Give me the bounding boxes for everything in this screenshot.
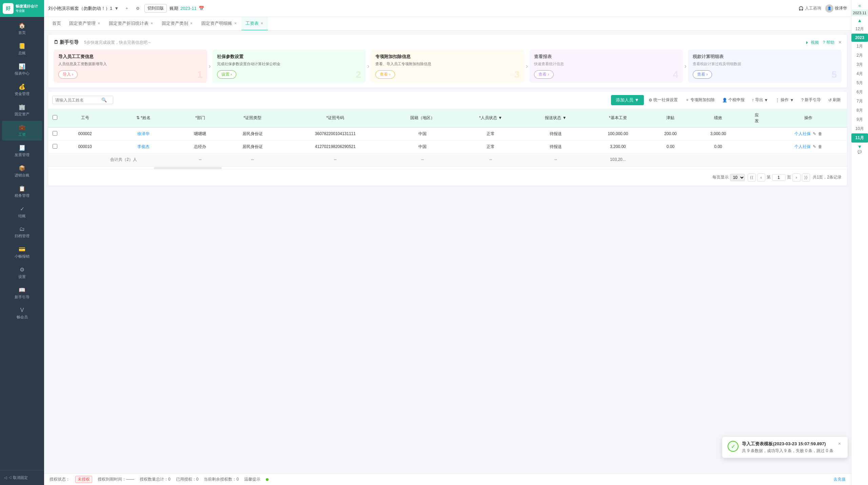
first-page-button[interactable]: ⟨⟨ <box>748 173 756 182</box>
sidebar-item-reports[interactable]: 📊 报表中心 <box>2 60 42 79</box>
account-selector[interactable]: 刘小艳演示账套（勿删勿动！）1 ▼ <box>48 5 119 12</box>
col-name[interactable]: ⇅ *姓名 <box>108 109 178 128</box>
calendar-icon[interactable]: 📅 <box>199 6 204 11</box>
step-4-button[interactable]: 查看 › <box>534 70 553 79</box>
step-2-button[interactable]: 设置 › <box>217 70 236 79</box>
sidebar-item-tax[interactable]: 📋 税务管理 <box>2 182 42 202</box>
help-button[interactable]: 🎧 人工咨询 <box>798 5 821 11</box>
calendar-month-6[interactable]: 6月 <box>851 88 868 97</box>
row-2-social-security-link[interactable]: 个人社保 <box>794 144 811 150</box>
col-report-status[interactable]: 报送状态 ▼ <box>524 109 588 128</box>
step-3-button[interactable]: 查看 › <box>375 70 395 79</box>
row-1-social-security-link[interactable]: 个人社保 <box>794 131 811 137</box>
row-2-delete-icon[interactable]: 🗑 <box>818 144 822 149</box>
row-2-name[interactable]: 李俊杰 <box>108 140 178 153</box>
col-id-type: *证照类型 <box>222 109 283 128</box>
refresh-button[interactable]: ↺ 刷新 <box>826 96 843 104</box>
calendar-year-display[interactable]: 2023.11 <box>851 10 868 16</box>
tab-depreciation-close[interactable]: × <box>150 21 154 26</box>
recharge-link[interactable]: 去充值 <box>833 477 846 482</box>
calendar-month-2[interactable]: 2月 <box>851 51 868 60</box>
next-page-button[interactable]: › <box>792 173 801 182</box>
operations-button[interactable]: ⋮ 操作 ▼ <box>773 96 796 104</box>
calendar-month-10[interactable]: 10月 <box>851 124 868 133</box>
row-2-checkbox[interactable] <box>48 140 62 153</box>
special-deduction-button[interactable]: ＋ 专项附加扣除 <box>683 96 717 104</box>
calendar-month-1[interactable]: 1月 <box>851 42 868 51</box>
account-dropdown-icon[interactable]: ▼ <box>114 6 119 11</box>
step-1-button[interactable]: 导入 › <box>58 70 78 79</box>
horizontal-scrollbar[interactable] <box>48 166 847 169</box>
sidebar-item-ledger[interactable]: 📒 总账 <box>2 39 42 59</box>
row-1-delete-icon[interactable]: 🗑 <box>818 131 822 136</box>
sidebar-item-assets[interactable]: 🏢 固定资产 <box>2 100 42 120</box>
add-person-button[interactable]: 添加人员 ▼ <box>611 95 644 105</box>
tab-fixed-assets[interactable]: 固定资产管理 × <box>65 17 105 31</box>
calendar-month-12[interactable]: 12月 <box>851 24 868 34</box>
calendar-month-8[interactable]: 8月 <box>851 106 868 115</box>
tab-fixed-assets-close[interactable]: × <box>97 21 101 26</box>
row-1-name[interactable]: 徐泽华 <box>108 127 178 140</box>
calendar-month-9[interactable]: 9月 <box>851 115 868 124</box>
select-all-checkbox[interactable] <box>53 115 57 120</box>
prev-page-button[interactable]: ‹ <box>757 173 765 182</box>
sidebar-item-member[interactable]: V 畅会员 <box>2 304 42 323</box>
col-checkbox[interactable] <box>48 109 62 128</box>
scrollbar-thumb[interactable] <box>154 167 222 169</box>
tab-payroll-close[interactable]: × <box>260 21 264 26</box>
calendar-month-3[interactable]: 3月 <box>851 60 868 69</box>
sidebar-item-guide[interactable]: 📖 新手引导 <box>2 283 42 303</box>
calendar-month-5[interactable]: 5月 <box>851 78 868 88</box>
sidebar-item-inventory[interactable]: 📦 进销台账 <box>2 162 42 181</box>
row-2-edit-icon[interactable]: ✎ <box>813 144 816 149</box>
tab-depreciation[interactable]: 固定资产折旧统计表 × <box>105 17 158 31</box>
panel-up-icon[interactable]: ▲ <box>857 18 862 23</box>
sidebar-item-payroll[interactable]: 💼 工资 <box>2 121 42 141</box>
calendar-month-4[interactable]: 4月 <box>851 69 868 78</box>
sidebar-item-funds[interactable]: 💰 资金管理 <box>2 80 42 100</box>
sidebar-item-archive[interactable]: 🗂 归档管理 <box>2 223 42 242</box>
tab-payroll[interactable]: 工资表 × <box>241 17 268 31</box>
tax-declaration-button[interactable]: 👤 个税申报 <box>720 96 747 104</box>
tab-categories[interactable]: 固定资产类别 × <box>158 17 197 31</box>
tab-detail-close[interactable]: × <box>234 21 237 26</box>
sidebar-item-home[interactable]: 🏠 首页 <box>2 19 42 39</box>
panel-feedback-icon[interactable]: 💬 <box>857 150 862 154</box>
calendar-month-11[interactable]: 11月 <box>851 133 868 143</box>
guide-toolbar-button[interactable]: ? 新手引导 <box>799 96 823 104</box>
row-1-nationality: 中国 <box>388 127 457 140</box>
wizard-help-link[interactable]: ? 帮助 <box>823 40 834 45</box>
sidebar-item-settings[interactable]: ⚙ 设置 <box>2 263 42 283</box>
sidebar-item-expenses[interactable]: 💳 小畅报销 <box>2 243 42 262</box>
tab-detail[interactable]: 固定资产明细账 × <box>197 17 241 31</box>
col-status[interactable]: *人员状态 ▼ <box>457 109 524 128</box>
search-box[interactable]: 🔍 <box>52 96 113 104</box>
settings-header-button[interactable]: ⚙ <box>134 4 142 13</box>
panel-collapse-icon[interactable]: « <box>859 3 861 8</box>
sidebar-item-closing[interactable]: ✓ 结账 <box>2 202 42 222</box>
cancel-pin-button[interactable]: ◁ ◁ 取消固定 <box>2 473 42 482</box>
row-1-edit-icon[interactable]: ✎ <box>813 131 816 136</box>
unified-social-security-button[interactable]: ⚙ 统一社保设置 <box>647 96 680 104</box>
add-account-button[interactable]: ＋ <box>123 4 131 13</box>
tab-home[interactable]: 首页 <box>48 17 65 31</box>
step-5-button[interactable]: 查看 › <box>693 70 712 79</box>
page-size-selector[interactable]: 每页显示 10 20 50 <box>712 174 745 181</box>
user-menu[interactable]: 👤 徐泽华 <box>825 4 847 13</box>
calendar-month-7[interactable]: 7月 <box>851 97 868 106</box>
last-page-button[interactable]: ⟩⟩ <box>802 173 810 182</box>
page-size-select[interactable]: 10 20 50 <box>730 174 745 181</box>
wizard-video-link[interactable]: ⏵ 视频 <box>805 40 818 45</box>
page-number-input[interactable] <box>772 174 786 181</box>
toast-close-button[interactable]: × <box>837 441 842 446</box>
wizard-close-button[interactable]: × <box>839 39 842 45</box>
switch-version-button[interactable]: 切到旧版 <box>144 4 167 13</box>
panel-down-icon[interactable]: ▼ <box>857 144 862 149</box>
row-1-checkbox[interactable] <box>48 127 62 140</box>
table-scroll[interactable]: 工号 ⇅ *姓名 *部门 *证照类型 *证照号码 国籍（地区） *人员状态 ▼ … <box>48 109 847 166</box>
tab-categories-close[interactable]: × <box>190 21 193 26</box>
sidebar-item-invoice[interactable]: 🧾 发票管理 <box>2 141 42 161</box>
search-input[interactable] <box>55 98 99 102</box>
calendar-year-2023[interactable]: 2023 <box>851 34 868 42</box>
export-button[interactable]: ↑ 导出 ▼ <box>750 96 770 104</box>
